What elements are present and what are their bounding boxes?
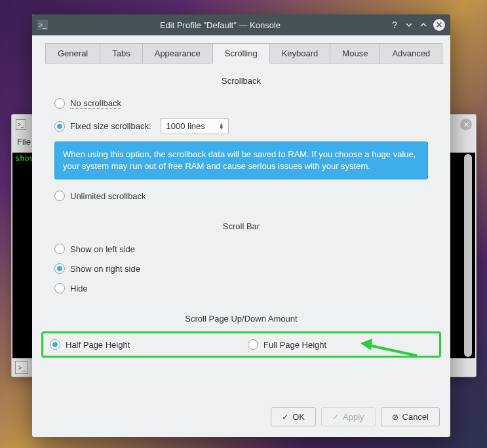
spin-down-icon[interactable]: ▼ — [219, 126, 224, 130]
tab-general[interactable]: General — [45, 43, 100, 64]
cancel-icon: ⊘ — [392, 413, 399, 422]
cancel-button[interactable]: ⊘ Cancel — [381, 407, 440, 426]
minimize-button[interactable] — [402, 18, 416, 32]
scrollbar[interactable] — [464, 154, 472, 357]
scrollback-size-spinbox[interactable]: 1000 lines ▲ ▼ — [161, 118, 229, 134]
tab-tabs[interactable]: Tabs — [100, 43, 142, 64]
check-icon: ✓ — [282, 413, 288, 422]
button-label: OK — [292, 412, 305, 422]
radio-unlimited-scrollback[interactable]: Unlimited scrollback — [48, 186, 435, 206]
close-icon[interactable]: ✕ — [460, 119, 472, 130]
radio-label: Show on right side — [70, 264, 140, 274]
maximize-button[interactable] — [416, 18, 431, 32]
tab-appearance[interactable]: Appearance — [142, 43, 213, 64]
tab-keyboard[interactable]: Keyboard — [269, 43, 331, 64]
button-bar: ✓ OK ✓ Apply ⊘ Cancel — [32, 401, 450, 437]
radio-icon — [50, 339, 60, 350]
radio-icon — [248, 339, 258, 350]
ok-button[interactable]: ✓ OK — [271, 407, 316, 426]
radio-label: Hide — [70, 284, 88, 293]
tab-mouse[interactable]: Mouse — [330, 43, 380, 64]
check-icon: ✓ — [332, 413, 339, 422]
section-scrollbar: Scroll Bar — [48, 221, 435, 231]
radio-label: Full Page Height — [263, 340, 326, 350]
radio-label: Unlimited scrollback — [70, 191, 146, 201]
button-label: Apply — [343, 412, 364, 422]
radio-fixed-scrollback[interactable]: Fixed size scrollback: 1000 lines ▲ ▼ — [48, 113, 435, 139]
close-button[interactable]: ✕ — [433, 19, 445, 31]
radio-icon — [54, 191, 65, 201]
radio-scrollbar-hide[interactable]: Hide — [48, 278, 435, 298]
radio-label: Show on left side — [70, 244, 135, 254]
terminal-icon: >_ — [37, 20, 48, 30]
help-button[interactable]: ? — [387, 18, 402, 32]
apply-button: ✓ Apply — [321, 407, 376, 426]
radio-icon — [54, 244, 65, 254]
scrollback-info: When using this option, the scrollback d… — [54, 141, 428, 179]
window-title: Edit Profile "Default" — Konsole — [53, 20, 387, 30]
tab-scrolling[interactable]: Scrolling — [212, 43, 270, 64]
edit-profile-dialog: >_ Edit Profile "Default" — Konsole ? ✕ … — [32, 14, 450, 437]
radio-label: Half Page Height — [66, 340, 130, 350]
highlight-annotation: Half Page Height Full Page Height — [41, 331, 441, 358]
radio-label: No scrollback — [70, 98, 121, 109]
radio-full-page[interactable]: Full Page Height — [241, 335, 439, 354]
radio-label: Fixed size scrollback: — [70, 121, 151, 131]
terminal-tab-icon[interactable]: >_ — [15, 361, 28, 374]
radio-scrollbar-right[interactable]: Show on right side — [48, 259, 435, 278]
section-page-amount: Scroll Page Up/Down Amount — [48, 314, 435, 324]
radio-icon — [54, 283, 65, 293]
section-scrollback: Scrollback — [48, 76, 435, 86]
radio-icon — [54, 98, 65, 109]
spinbox-value: 1000 lines — [166, 121, 215, 131]
terminal-icon: >_ — [16, 119, 26, 130]
radio-icon — [54, 121, 65, 132]
button-label: Cancel — [402, 412, 429, 422]
tab-advanced[interactable]: Advanced — [380, 43, 442, 64]
radio-icon — [54, 263, 65, 274]
radio-half-page[interactable]: Half Page Height — [43, 335, 241, 354]
radio-no-scrollback[interactable]: No scrollback — [48, 94, 435, 113]
radio-scrollbar-left[interactable]: Show on left side — [48, 239, 435, 259]
tab-bar: General Tabs Appearance Scrolling Keyboa… — [32, 35, 450, 64]
scrolling-pane: Scrollback No scrollback Fixed size scro… — [32, 64, 450, 401]
titlebar: >_ Edit Profile "Default" — Konsole ? ✕ — [32, 14, 450, 35]
